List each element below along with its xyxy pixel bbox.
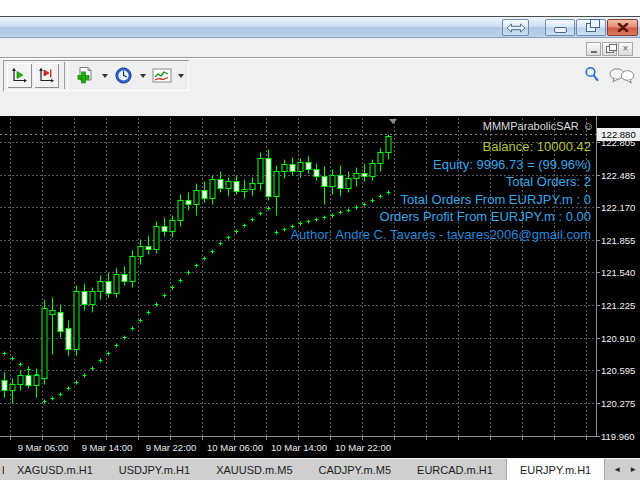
periods-button[interactable] [111, 63, 136, 88]
zoom-button[interactable] [583, 64, 601, 84]
tab-scroll-right-icon[interactable]: ► [629, 465, 637, 474]
price-label: 120.595 [601, 365, 635, 376]
price-label: 120.910 [601, 333, 635, 344]
chart-tab-bar: H1XAGUSD.m.H1USDJPY.m.H1XAUUSD.m.M5CADJP… [0, 458, 640, 480]
chart-minimize-button[interactable] [586, 42, 601, 56]
compare-windows-button[interactable] [502, 19, 529, 36]
price-label: 119.960 [601, 431, 635, 442]
autoscroll-button[interactable] [7, 63, 32, 88]
tab-xagusd.m.h1[interactable]: XAGUSD.m.H1 [4, 459, 106, 480]
current-price-box: 122.880 [597, 128, 640, 141]
close-icon [617, 23, 629, 32]
time-label: 9 Mar 22:00 [146, 442, 197, 453]
chart-restore-icon [606, 46, 614, 53]
smiley-icon: ☺ [583, 120, 594, 132]
minimize-icon [554, 27, 567, 33]
toolbar-area: × [0, 38, 640, 116]
time-label: 9 Mar 14:00 [82, 442, 133, 453]
time-label: 9 Mar 06:00 [18, 442, 69, 453]
community-button[interactable] [608, 66, 636, 84]
overlay-line: Total Orders: 2 [506, 174, 591, 189]
chart-shift-icon [38, 67, 55, 84]
price-label: 122.485 [601, 170, 635, 181]
chart-window[interactable]: MMMParabolicSAR☺ Balance: 10000.42Equity… [0, 116, 640, 458]
tab-usdjpy.m.h1[interactable]: USDJPY.m.H1 [106, 459, 203, 480]
indicators-dropdown[interactable] [175, 63, 186, 88]
toolbar-separator [64, 62, 68, 89]
chart-restore-button[interactable] [602, 42, 617, 56]
tab-scroll-arrows: ◄► [605, 459, 640, 480]
indicators-icon [152, 67, 172, 84]
indicator-name: MMMParabolicSAR [483, 120, 579, 132]
tab-xauusd.m.m5[interactable]: XAUUSD.m.M5 [203, 459, 305, 480]
price-label: 121.225 [601, 300, 635, 311]
indicators-button[interactable] [149, 63, 174, 88]
overlay-line: Orders Profit From EURJPY.m : 0.00 [380, 209, 591, 224]
time-label: 10 Mar 06:00 [207, 442, 263, 453]
price-label: 122.170 [601, 202, 635, 213]
autoscroll-icon [11, 67, 28, 84]
close-button[interactable] [607, 19, 638, 36]
chart-shift-marker [389, 119, 397, 124]
periods-clock-icon [114, 66, 133, 85]
tab-eurjpy.m.h1-active[interactable]: EURJPY.m.H1 [506, 459, 605, 480]
price-label: 120.275 [601, 398, 635, 409]
price-label: 121.855 [601, 235, 635, 246]
overlay-line: Balance: 10000.42 [483, 139, 591, 154]
indicator-label: MMMParabolicSAR☺ [483, 120, 594, 132]
toolbar-top-divider [0, 57, 640, 59]
chart-close-icon: × [623, 44, 629, 54]
tab-eurcad.m.h1[interactable]: EURCAD.m.H1 [404, 459, 506, 480]
minimize-button[interactable] [545, 19, 575, 36]
overlay-line: Equity: 9996.73 = (99.96%) [433, 157, 591, 172]
chart-minimize-icon [591, 51, 597, 53]
tab-scroll-left-icon[interactable]: ◄ [613, 465, 621, 474]
magnifier-icon [584, 66, 600, 83]
overlay-line: Total Orders From EURJPY.m : 0 [401, 192, 591, 207]
window-top-strip [0, 0, 640, 16]
restore-button[interactable] [576, 19, 606, 36]
new-order-icon [76, 66, 95, 85]
chart-shift-button[interactable] [34, 63, 59, 88]
restore-icon [586, 23, 596, 32]
chat-bubbles-icon [609, 67, 635, 84]
new-order-button[interactable] [73, 63, 98, 88]
title-bar[interactable] [0, 16, 640, 38]
price-label: 121.540 [601, 267, 635, 278]
double-arrow-icon [506, 23, 526, 33]
new-order-dropdown[interactable] [99, 63, 110, 88]
chart-toolbar [3, 60, 189, 91]
chart-close-button[interactable]: × [618, 42, 633, 56]
overlay-line: Author: Andre C. Tavares - tavares2006@g… [290, 227, 591, 242]
time-label: 10 Mar 14:00 [271, 442, 327, 453]
tab-cadjpy.m.m5[interactable]: CADJPY.m.M5 [306, 459, 405, 480]
time-label: 10 Mar 22:00 [335, 442, 391, 453]
periods-dropdown[interactable] [137, 63, 148, 88]
